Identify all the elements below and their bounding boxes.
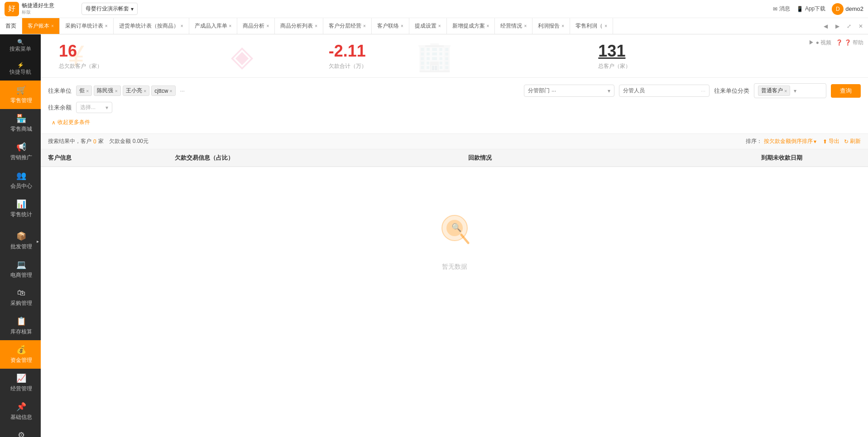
user-area[interactable]: D demo2 (832, 3, 863, 15)
unit-tag-qs[interactable]: 佢 × (76, 86, 92, 96)
tab-retail-profit-close[interactable]: × (604, 24, 607, 28)
tab-purchase-order-close[interactable]: × (105, 24, 108, 28)
sidebar-item-finance-mgmt[interactable]: 💰 资金管理 (0, 340, 41, 369)
unit-tag-wangxiaoliang[interactable]: 王小亮 × (123, 86, 149, 96)
person-select[interactable]: 分管人员 ··· (619, 85, 710, 97)
sidebar-wholesale-label: 批发管理 (10, 243, 32, 251)
tab-tip-settings-label: 提成设置 (415, 22, 436, 30)
tab-customer-account[interactable]: 客户账本 × (22, 18, 60, 34)
unit-tag-more[interactable]: ··· (177, 86, 187, 96)
query-button[interactable]: 查询 (831, 84, 861, 98)
account-selector[interactable]: 母婴行业演示帐套 ▾ (82, 3, 138, 15)
tab-production-stock-close[interactable]: × (229, 24, 232, 28)
tab-profit-report[interactable]: 利润报告 × (532, 18, 570, 34)
empty-state-icon-container: 🔍 (427, 203, 482, 257)
amount-chevron-icon: ▾ (106, 104, 108, 111)
col-customer-info: 客户信息 (48, 154, 175, 162)
wholesale-icon: 📦 (16, 231, 26, 241)
tab-customer-ops[interactable]: 客户分层经营 × (323, 18, 372, 34)
amount-select[interactable]: 选择... ▾ (76, 102, 112, 113)
top-bar: 好 畅捷通好生意 标版 母婴行业演示帐套 ▾ ✉ 消息 📱 App下载 D de… (0, 0, 868, 18)
help-button[interactable]: ❓ ❓ 帮助 (836, 39, 863, 47)
tab-customer-contact[interactable]: 客户联络 × (372, 18, 409, 34)
tab-goods-analysis-list[interactable]: 商品分析列表 × (275, 18, 323, 34)
sidebar-item-retail-stats[interactable]: 📊 零售统计 (0, 195, 41, 223)
unit-tag-cjttcw-close[interactable]: × (169, 88, 172, 94)
result-prefix: 搜索结果中，客户 (48, 138, 91, 145)
search-icon: 🔍 (2, 39, 39, 45)
unit-tag-wangxiaoliang-close[interactable]: × (144, 88, 146, 94)
marketing-icon: 📢 (16, 142, 26, 152)
collapse-button[interactable]: ∧ 收起更多条件 (48, 117, 861, 128)
tab-close-all-button[interactable]: ✕ (855, 21, 866, 32)
tab-tip-settings[interactable]: 提成设置 × (409, 18, 447, 34)
sidebar-search[interactable]: 🔍 搜索菜单 (0, 34, 41, 57)
sidebar-item-inventory-check[interactable]: 📋 库存核算 (0, 312, 41, 340)
result-customers: 0 (93, 138, 96, 145)
tab-new-tip-plan-label: 新增提成方案 (452, 22, 485, 30)
tab-goods-analysis-list-label: 商品分析列表 (280, 22, 313, 30)
tab-goods-analysis-list-close[interactable]: × (315, 24, 317, 28)
sidebar: 🔍 搜索菜单 ⚡ 快捷导航 🛒 零售管理 🏪 零售商城 📢 营销推广 👥 会员中… (0, 34, 41, 437)
tab-goods-analysis-close[interactable]: × (266, 24, 269, 28)
sidebar-item-ecommerce-mgmt[interactable]: 💻 电商管理 (0, 255, 41, 284)
unit-tag-chenminqiang-close[interactable]: × (115, 88, 117, 94)
sidebar-item-operations-mgmt[interactable]: 📈 经营管理 (0, 369, 41, 397)
tab-customer-contact-close[interactable]: × (401, 24, 403, 28)
tab-new-tip-plan-close[interactable]: × (487, 24, 489, 28)
avatar: D (832, 3, 844, 15)
sidebar-item-purchase-mgmt[interactable]: 🛍 采购管理 (0, 284, 41, 312)
sidebar-item-wholesale-mgmt[interactable]: 📦 批发管理 ▸ (0, 227, 41, 255)
tab-purchase-order[interactable]: 采购订单统计表 × (60, 18, 114, 34)
tab-next-button[interactable]: ▶ (832, 21, 843, 32)
tab-customer-account-label: 客户账本 (28, 22, 49, 30)
tab-customer-account-close[interactable]: × (51, 24, 54, 28)
refresh-button[interactable]: ↻ 刷新 (844, 138, 861, 145)
unit-tag-qs-close[interactable]: × (86, 88, 89, 94)
sidebar-item-basic-info[interactable]: 📌 基础信息 (0, 397, 41, 426)
sidebar-item-member-center[interactable]: 👥 会员中心 (0, 166, 41, 195)
sidebar-item-system-mgmt[interactable]: ⚙ 系统管理 (0, 426, 41, 437)
tab-prev-button[interactable]: ◀ (820, 21, 831, 32)
chevron-down-icon: ▾ (131, 6, 134, 12)
sidebar-quick-nav-label: 快捷导航 (2, 68, 39, 76)
tab-customer-ops-close[interactable]: × (363, 24, 366, 28)
sidebar-item-retail-mall[interactable]: 🏪 零售商城 (0, 109, 41, 138)
result-debt-label: 欠款金额 (109, 138, 131, 145)
unit-tag-cjttcw[interactable]: cjttcw × (151, 86, 175, 96)
sidebar-item-retail-mgmt[interactable]: 🛒 零售管理 (0, 81, 41, 109)
unit-type-tag-close[interactable]: × (784, 88, 787, 94)
filter-row-1: 往来单位 佢 × 陈民强 × 王小亮 × cjttcw (48, 83, 861, 98)
tab-retail-profit[interactable]: 零售利润（ × (570, 18, 613, 34)
app-download-button[interactable]: 📱 App下载 (796, 5, 825, 13)
tab-goods-analysis[interactable]: 商品分析 × (237, 18, 275, 34)
tab-biz-status-close[interactable]: × (524, 24, 527, 28)
tab-production-stock[interactable]: 产成品入库单 × (189, 18, 238, 34)
tab-profit-report-close[interactable]: × (561, 24, 564, 28)
tab-biz-status[interactable]: 经营情况 × (495, 18, 532, 34)
person-more-icon: ··· (701, 88, 705, 94)
export-button[interactable]: ⬆ 导出 (823, 138, 839, 145)
message-button[interactable]: ✉ 消息 (773, 5, 790, 13)
unit-type-select[interactable]: 普通客户 × ▾ (754, 83, 826, 98)
tab-new-tip-plan[interactable]: 新增提成方案 × (447, 18, 495, 34)
tab-biz-status-label: 经营情况 (500, 22, 522, 30)
tab-home[interactable]: 首页 (0, 18, 22, 34)
tab-tip-settings-close[interactable]: × (438, 24, 441, 28)
sidebar-quick-nav[interactable]: ⚡ 快捷导航 (0, 57, 41, 81)
dept-select[interactable]: 分管部门 ··· ▾ (524, 85, 614, 97)
stat-block-debt-amount: -2.11 欠款合计（万） (320, 42, 590, 70)
unit-tag-chenminqiang[interactable]: 陈民强 × (94, 86, 120, 96)
tab-stock-stats[interactable]: 进货单统计表（按商品） × (114, 18, 189, 34)
sidebar-item-marketing[interactable]: 📢 营销推广 (0, 138, 41, 166)
unit-type-tag-normal[interactable]: 普通客户 × (758, 86, 790, 96)
tab-actions: ◀ ▶ ⤢ ✕ (820, 21, 868, 32)
sidebar-finance-label: 资金管理 (10, 356, 32, 364)
tab-expand-button[interactable]: ⤢ (844, 21, 854, 32)
sidebar-member-label: 会员中心 (10, 182, 32, 190)
tab-stock-stats-close[interactable]: × (181, 24, 183, 28)
question-icon: ❓ (836, 39, 843, 46)
sort-select[interactable]: 按欠款金额倒序排序 ▾ (764, 138, 816, 145)
video-help-button[interactable]: ▶ ● 视频 (809, 39, 831, 47)
retail-mall-icon: 🏪 (16, 114, 26, 124)
